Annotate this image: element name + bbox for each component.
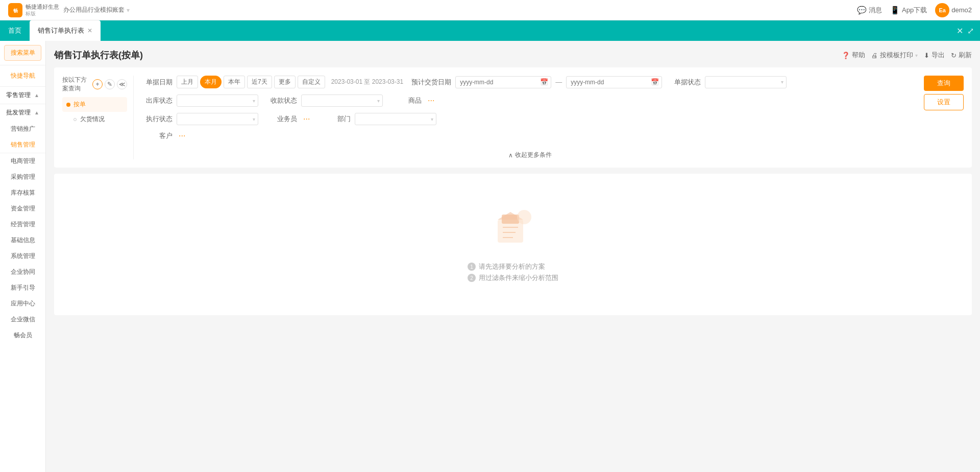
scheme-item-backorder[interactable]: 欠货情况 [62, 112, 127, 127]
execute-select[interactable] [177, 113, 258, 125]
payment-label: 收款状态 [266, 96, 297, 105]
quick-nav-label[interactable]: 快捷导航 [0, 68, 45, 83]
template-print-button[interactable]: 🖨 按模板打印 ▾ [871, 51, 918, 60]
date-btn-group: 上月 本月 本年 近7天 更多 自定义 [177, 76, 325, 88]
message-icon: 💬 [857, 6, 867, 15]
sidebar-item-wechat[interactable]: 企业微信 [0, 312, 45, 327]
sidebar-item-basic[interactable]: 基础信息 [0, 232, 45, 248]
add-scheme-button[interactable]: + [92, 79, 103, 89]
print-icon: 🖨 [871, 52, 878, 59]
date-custom-btn[interactable]: 自定义 [298, 76, 325, 88]
filter-field-status: 单据状态 ▾ [670, 76, 787, 88]
date-7days-btn[interactable]: 近7天 [247, 76, 272, 88]
date-current-month-btn[interactable]: 本月 [200, 76, 222, 88]
sidebar-group-wholesale-header[interactable]: 批发管理 ▲ [0, 104, 45, 121]
status-select[interactable] [705, 76, 787, 88]
logo-text: 畅捷通好生意 标版 [26, 3, 59, 17]
filter-field-customer: 客户 ··· [142, 131, 187, 140]
empty-step-1: 1 请先选择要分析的方案 [468, 262, 558, 271]
payment-select-wrap: ▾ [301, 95, 383, 107]
filter-field-salesperson: 业务员 ··· [266, 114, 312, 124]
filter-sidebar-actions: + ✎ ≪ [92, 79, 127, 89]
sidebar-group-wholesale: 批发管理 ▲ 营销推广 销售管理 [0, 104, 45, 153]
sidebar-item-purchase[interactable]: 采购管理 [0, 169, 45, 185]
tab-bar: 首页 销售订单执行表 ✕ ✕ ⤢ [0, 20, 980, 41]
salesperson-dots-button[interactable]: ··· [301, 114, 312, 124]
app-download-icon: 📱 [890, 6, 900, 15]
date-dash: — [555, 78, 562, 86]
filter-row-1: 单据日期 上月 本月 本年 近7天 更多 自定义 [142, 76, 918, 88]
sidebar-item-marketing[interactable]: 营销推广 [0, 121, 45, 137]
tab-bar-right: ✕ ⤢ [957, 26, 980, 36]
collapse-scheme-button[interactable]: ≪ [117, 79, 127, 89]
logo-area: 畅 畅捷通好生意 标版 [8, 3, 59, 17]
breadcrumb-text: 办公用品行业模拟账套 [63, 6, 125, 14]
filter-field-outbound: 出库状态 ▾ [142, 95, 258, 107]
sidebar-item-enterprise[interactable]: 企业协同 [0, 264, 45, 280]
date-current-year-btn[interactable]: 本年 [224, 76, 245, 88]
sidebar-item-inventory[interactable]: 库存核算 [0, 185, 45, 201]
collapse-icon: ≪ [119, 81, 126, 88]
filter-field-department: 部门 ▾ [320, 113, 436, 125]
tab-home[interactable]: 首页 [0, 20, 30, 41]
expected-date-start-wrap: 📅 [455, 76, 551, 88]
collapse-filter-button[interactable]: ∧ 收起更多条件 [142, 147, 918, 159]
edit-scheme-button[interactable]: ✎ [105, 79, 115, 89]
tab-sales-order[interactable]: 销售订单执行表 ✕ [30, 20, 101, 41]
sidebar-group-retail-header[interactable]: 零售管理 ▲ [0, 87, 45, 104]
tab-close-window-button[interactable]: ✕ [957, 26, 963, 36]
sidebar-item-newbie[interactable]: 新手引导 [0, 280, 45, 296]
query-button[interactable]: 查询 [924, 76, 964, 91]
department-select[interactable] [355, 113, 436, 125]
status-select-wrap: ▾ [705, 76, 787, 88]
add-icon: + [95, 81, 99, 88]
avatar: Ea [935, 3, 949, 17]
sidebar-item-system[interactable]: 系统管理 [0, 248, 45, 264]
sidebar-item-sales[interactable]: 销售管理 [0, 137, 45, 153]
scheme-sub-dot-icon [74, 118, 77, 121]
outbound-select-wrap: ▾ [177, 95, 258, 107]
tab-close-icon[interactable]: ✕ [87, 27, 92, 34]
expected-date-start-input[interactable] [455, 76, 551, 88]
customer-dots-button[interactable]: ··· [177, 131, 187, 140]
product-label: 商品 [391, 96, 422, 105]
filter-main: 单据日期 上月 本月 本年 近7天 更多 自定义 [134, 76, 964, 159]
sidebar-item-ecommerce[interactable]: 电商管理 [0, 153, 45, 169]
export-button[interactable]: ⬇ 导出 [924, 51, 945, 60]
wholesale-arrow-icon: ▲ [34, 110, 39, 115]
department-label: 部门 [320, 114, 351, 124]
empty-steps: 1 请先选择要分析的方案 2 用过滤条件来缩小分析范围 [468, 260, 558, 285]
refresh-icon: ↻ [951, 52, 957, 59]
department-select-wrap: ▾ [355, 113, 436, 125]
sidebar-item-finance[interactable]: 资金管理 [0, 201, 45, 217]
tab-expand-button[interactable]: ⤢ [967, 26, 974, 36]
sidebar-item-apps[interactable]: 应用中心 [0, 296, 45, 312]
outbound-select[interactable] [177, 95, 258, 107]
sidebar-item-operations[interactable]: 经营管理 [0, 217, 45, 232]
step-2-num: 2 [468, 274, 476, 282]
svg-point-5 [517, 210, 531, 224]
product-dots-button[interactable]: ··· [426, 96, 436, 105]
date-last-month-btn[interactable]: 上月 [177, 76, 198, 88]
sidebar-group-retail: 零售管理 ▲ [0, 87, 45, 104]
message-button[interactable]: 💬 消息 [857, 6, 882, 15]
user-menu[interactable]: Ea demo2 [935, 3, 972, 17]
help-button[interactable]: ❓ 帮助 [842, 51, 865, 60]
empty-illustration [487, 204, 538, 252]
scheme-item-by-order[interactable]: 按单 [62, 97, 127, 112]
scheme-dot-icon [66, 103, 70, 107]
empty-state: 1 请先选择要分析的方案 2 用过滤条件来缩小分析范围 [54, 174, 972, 315]
breadcrumb[interactable]: 办公用品行业模拟账套 ▾ [63, 6, 130, 14]
app-download-button[interactable]: 📱 App下载 [890, 6, 927, 15]
settings-button[interactable]: 设置 [924, 94, 964, 110]
svg-text:畅: 畅 [13, 8, 18, 13]
date-more-btn[interactable]: 更多 [274, 76, 296, 88]
page-title: 销售订单执行表(按单) [54, 49, 143, 61]
refresh-button[interactable]: ↻ 刷新 [951, 51, 972, 60]
search-menu-button[interactable]: 搜索菜单 [4, 45, 41, 61]
expected-date-end-input[interactable] [566, 76, 662, 88]
sidebar: 搜索菜单 快捷导航 零售管理 ▲ 批发管理 ▲ 营销推广 销售管理 电商管理 采… [0, 41, 46, 472]
main-layout: 搜索菜单 快捷导航 零售管理 ▲ 批发管理 ▲ 营销推广 销售管理 电商管理 采… [0, 41, 980, 472]
payment-select[interactable] [301, 95, 383, 107]
sidebar-item-member[interactable]: 畅会员 [0, 327, 45, 343]
